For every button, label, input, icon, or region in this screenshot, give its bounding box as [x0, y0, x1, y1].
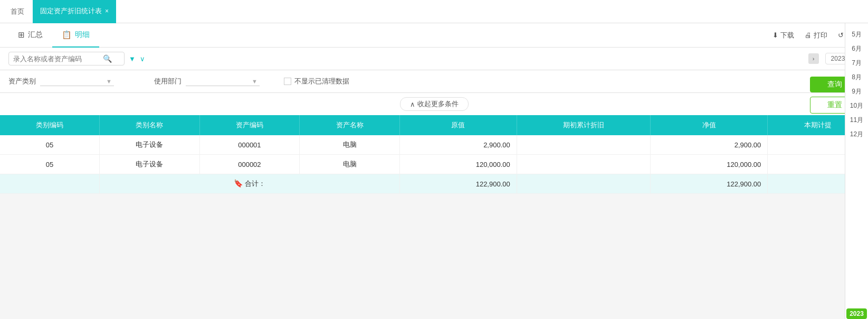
main-wrapper: ⊞ 汇总 📋 明细 ⬇ 下载 🖨 打印 ↺ 刷新 — [0, 23, 868, 319]
home-link[interactable]: 首页 — [6, 7, 28, 16]
refresh-icon: ↺ — [838, 31, 844, 39]
sub-tabs-bar: ⊞ 汇总 📋 明细 ⬇ 下载 🖨 打印 ↺ 刷新 — [0, 23, 868, 48]
summary-label: 汇总 — [28, 30, 43, 40]
right-sidebar: 5月6月7月8月9月10月11月12月 2023 — [845, 23, 868, 319]
summary-accum — [517, 174, 651, 194]
sidebar-month-item[interactable]: 6月 — [850, 42, 863, 56]
cell-original-value: 120,000.00 — [399, 155, 517, 174]
print-icon: 🖨 — [805, 31, 812, 39]
cell-asset-code: 000002 — [199, 155, 300, 174]
dept-arrow-icon: ▼ — [252, 78, 257, 85]
tab-summary[interactable]: ⊞ 汇总 — [8, 23, 52, 48]
asset-type-select[interactable]: ▼ — [40, 77, 114, 86]
collapse-icon: ∧ — [410, 100, 415, 108]
col-category-code: 类别编码 — [0, 115, 99, 135]
collapse-label: 收起更多条件 — [417, 99, 459, 109]
summary-icon: 🔖 — [234, 179, 243, 187]
cell-category-name: 电子设备 — [99, 135, 199, 155]
sidebar-month-item[interactable]: 9月 — [850, 85, 863, 99]
hide-cleared-group: 不显示已清理数据 — [284, 77, 349, 86]
hide-cleared-checkbox[interactable] — [284, 78, 291, 85]
summary-net-value: 122,900.00 — [651, 174, 768, 194]
asset-type-arrow-icon: ▼ — [106, 78, 112, 85]
asset-type-label: 资产类别 — [8, 77, 36, 86]
summary-icon-cell — [0, 174, 99, 194]
year-badge: 2023 — [846, 308, 867, 319]
collapse-bar: ∧ 收起更多条件 — [0, 93, 868, 115]
table-container: 类别编码 类别名称 资产编码 资产名称 原值 期初累计折旧 净值 本期计提 05… — [0, 115, 868, 194]
cell-net-value: 120,000.00 — [651, 155, 768, 174]
sidebar-month-item[interactable]: 8月 — [850, 70, 863, 85]
date-nav-arrow[interactable]: › — [808, 53, 819, 64]
main-tab[interactable]: 固定资产折旧统计表 × — [33, 0, 116, 23]
tab-label: 固定资产折旧统计表 — [40, 6, 102, 16]
filter-area: 资产类别 ▼ 使用部门 ▼ 不显示已清理数据 查询 重置 — [0, 70, 868, 93]
summary-original-value: 122,900.00 — [399, 174, 517, 194]
dept-select[interactable]: ▼ — [186, 77, 260, 86]
filter-chevron-icon: ∨ — [140, 55, 145, 63]
table-row: 05 电子设备 000001 电脑 2,900.00 2,900.00 — [0, 135, 868, 155]
col-accum-depreciation: 期初累计折旧 — [517, 115, 651, 135]
download-icon: ⬇ — [772, 31, 778, 39]
summary-icon: ⊞ — [18, 30, 25, 40]
asset-type-filter: 资产类别 ▼ — [8, 77, 114, 86]
tab-close-icon[interactable]: × — [105, 7, 109, 15]
search-input[interactable] — [13, 55, 103, 63]
summary-row: 🔖合计： 122,900.00 122,900.00 — [0, 174, 868, 194]
dept-label: 使用部门 — [154, 77, 182, 86]
download-label: 下载 — [780, 31, 794, 40]
sidebar-month-item[interactable]: 11月 — [850, 113, 863, 127]
more-filter-button[interactable]: ▼ ∨ — [129, 55, 145, 63]
sidebar-month-item[interactable]: 5月 — [850, 27, 863, 42]
top-nav: 首页 固定资产折旧统计表 × × — [0, 0, 868, 23]
collapse-button[interactable]: ∧ 收起更多条件 — [400, 97, 469, 111]
table-header: 类别编码 类别名称 资产编码 资产名称 原值 期初累计折旧 净值 本期计提 — [0, 115, 868, 135]
cell-category-code: 05 — [0, 135, 99, 155]
col-original-value: 原值 — [399, 115, 517, 135]
sidebar-month-item[interactable]: 7月 — [850, 56, 863, 70]
detail-icon: 📋 — [62, 30, 72, 40]
month-list: 5月6月7月8月9月10月11月12月 — [850, 27, 863, 142]
col-asset-code: 资产编码 — [199, 115, 300, 135]
cell-asset-code: 000001 — [199, 135, 300, 155]
content-area: ⊞ 汇总 📋 明细 ⬇ 下载 🖨 打印 ↺ 刷新 — [0, 23, 868, 319]
table-row: 05 电子设备 000002 电脑 120,000.00 120,000.00 — [0, 155, 868, 174]
search-input-wrapper: 🔍 — [8, 52, 125, 65]
table-body: 05 电子设备 000001 电脑 2,900.00 2,900.00 05 电… — [0, 135, 868, 194]
summary-label-cell: 🔖合计： — [99, 174, 399, 194]
hide-cleared-label: 不显示已清理数据 — [294, 77, 349, 86]
download-button[interactable]: ⬇ 下载 — [772, 31, 794, 40]
print-button[interactable]: 🖨 打印 — [805, 31, 827, 40]
cell-original-value: 2,900.00 — [399, 135, 517, 155]
print-label: 打印 — [814, 31, 827, 40]
cell-accum-depreciation — [517, 155, 651, 174]
col-category-name: 类别名称 — [99, 115, 199, 135]
search-icon: 🔍 — [103, 54, 112, 63]
col-asset-name: 资产名称 — [300, 115, 400, 135]
sidebar-month-item[interactable]: 10月 — [850, 99, 863, 113]
dept-filter: 使用部门 ▼ — [154, 77, 260, 86]
col-net-value: 净值 — [651, 115, 768, 135]
cell-asset-name: 电脑 — [300, 135, 400, 155]
cell-accum-depreciation — [517, 135, 651, 155]
detail-label: 明细 — [75, 30, 90, 40]
sidebar-month-item[interactable]: 12月 — [850, 127, 863, 142]
cell-net-value: 2,900.00 — [651, 135, 768, 155]
cell-category-name: 电子设备 — [99, 155, 199, 174]
filter-icon: ▼ — [129, 55, 136, 63]
tab-detail[interactable]: 📋 明细 — [52, 23, 99, 48]
cell-asset-name: 电脑 — [300, 155, 400, 174]
data-table: 类别编码 类别名称 资产编码 资产名称 原值 期初累计折旧 净值 本期计提 05… — [0, 115, 868, 194]
cell-category-code: 05 — [0, 155, 99, 174]
search-bar: 🔍 ▼ ∨ › 2023.01 — [0, 48, 868, 70]
